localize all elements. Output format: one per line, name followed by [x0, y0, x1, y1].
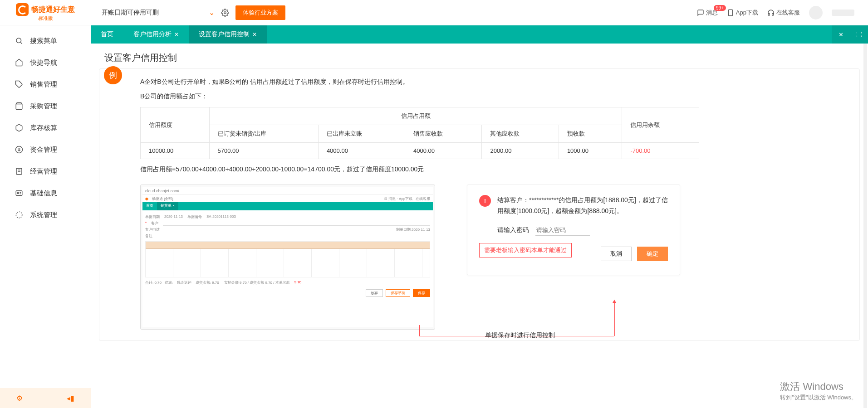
td-val: 4000.00: [405, 143, 481, 159]
box-icon: [15, 123, 24, 132]
settings-gear-icon[interactable]: [220, 8, 230, 18]
sidebar-item-label: 销售管理: [30, 80, 57, 89]
td-val-negative: -700.00: [622, 143, 699, 159]
sidebar-item-finance[interactable]: 资金管理: [0, 139, 91, 160]
th-col: 销售应收款: [405, 125, 481, 143]
settings-icon[interactable]: ⚙: [16, 394, 23, 403]
mock-tab: 销货单 ×: [157, 202, 178, 210]
cancel-button[interactable]: 取消: [601, 247, 632, 261]
example-description: A企对B公司进行开单时，如果B公司的 信用占用额超过了信用额度，则在保存时进行信…: [140, 78, 837, 86]
td-val: 4000.00: [318, 143, 405, 159]
sidebar-item-sales[interactable]: 销售管理: [0, 73, 91, 95]
sidebar-item-label: 经营管理: [30, 167, 57, 176]
sidebar-item-system[interactable]: 系统管理: [0, 204, 91, 226]
sidebar-item-search[interactable]: 搜索菜单: [0, 30, 91, 52]
svg-point-3: [16, 38, 21, 43]
mock-url: cloud.chanjet.com/...: [145, 189, 183, 193]
th-credit-limit: 信用额度: [141, 107, 210, 143]
example-subline: B公司的信用额占如下：: [140, 92, 837, 101]
tab-bar: 首页 客户信用分析✕ 设置客户信用控制✕ ✕ ⛶: [91, 25, 868, 44]
sidebar-item-purchase[interactable]: 采购管理: [0, 95, 91, 117]
fullscreen-icon[interactable]: ⛶: [850, 25, 868, 44]
annotation-arrowhead: [613, 300, 616, 303]
tab-credit-control[interactable]: 设置客户信用控制✕: [189, 25, 267, 44]
svg-point-11: [17, 193, 19, 194]
messages-link[interactable]: 消息 99+: [697, 9, 718, 17]
cart-icon: [15, 102, 24, 111]
mock-app-screenshot: cloud.chanjet.com/... ◉ 畅捷通 [全部] ⊞ 消息 · …: [140, 185, 435, 330]
tab-label: 客户信用分析: [133, 30, 172, 39]
th-col: 已订货未销货/出库: [209, 125, 318, 143]
id-icon: [15, 189, 24, 198]
sidebar-footer: ⚙ ◂▮: [0, 388, 91, 408]
sidebar-item-label: 库存核算: [30, 124, 57, 132]
headset-icon: [767, 9, 775, 16]
svg-point-14: [16, 212, 22, 218]
td-val: 5700.00: [209, 143, 318, 159]
account-select[interactable]: 开账日期可停用可删 ⌄: [102, 8, 215, 17]
mock-draft-btn: 保存草稿: [386, 289, 410, 297]
search-icon: [15, 36, 24, 45]
collapse-icon[interactable]: ◂▮: [67, 394, 74, 403]
sidebar-item-operation[interactable]: 经营管理: [0, 160, 91, 182]
experience-button[interactable]: 体验行业方案: [235, 5, 285, 20]
example-badge: 例: [104, 66, 122, 84]
sidebar-item-label: 快捷导航: [30, 58, 57, 67]
message-icon: [697, 9, 704, 16]
phone-icon: [727, 9, 734, 16]
svg-line-4: [20, 42, 22, 44]
sys-icon: [15, 210, 24, 219]
tab-close-all-icon[interactable]: ✕: [832, 25, 850, 44]
calculation-text: 信用占用额=5700.00+4000.00+4000.00+2000.00-10…: [140, 165, 837, 174]
page-title: 设置客户信用控制: [91, 44, 868, 68]
diagram-row: cloud.chanjet.com/... ◉ 畅捷通 [全部] ⊞ 消息 · …: [140, 185, 837, 330]
th-col: 其他应收款: [482, 125, 559, 143]
td-val: 2000.00: [482, 143, 559, 159]
tab-label: 设置客户信用控制: [199, 30, 250, 39]
help-panel: 例 A企对B公司进行开单时，如果B公司的 信用占用额超过了信用额度，则在保存时进…: [99, 68, 860, 341]
avatar[interactable]: [809, 6, 823, 19]
account-select-label: 开账日期可停用可删: [102, 9, 159, 17]
sidebar: 搜索菜单 快捷导航 销售管理 采购管理 库存核算 资金管理 经营管理 基础信息 …: [0, 25, 91, 408]
sidebar-item-label: 搜索菜单: [30, 37, 57, 45]
svg-rect-1: [728, 10, 732, 15]
mock-tab: 首页: [142, 202, 157, 210]
messages-badge: 99+: [714, 5, 726, 11]
app-download-link[interactable]: App下载: [727, 9, 758, 17]
doc-icon: [15, 167, 24, 176]
sidebar-item-quicknav[interactable]: 快捷导航: [0, 52, 91, 73]
sidebar-item-basedata[interactable]: 基础信息: [0, 182, 91, 204]
tab-label: 首页: [101, 30, 113, 39]
app-name: 畅捷通好生意: [31, 5, 75, 15]
sidebar-item-label: 系统管理: [30, 211, 57, 219]
sidebar-item-label: 采购管理: [30, 102, 57, 111]
table-row: 10000.00 5700.00 4000.00 4000.00 2000.00…: [141, 143, 699, 159]
support-link[interactable]: 在线客服: [767, 9, 800, 17]
credit-table: 信用额度 信用占用额 信用用余额 已订货未销货/出库 已出库未立账 销售应收款 …: [140, 107, 699, 159]
close-icon[interactable]: ✕: [174, 31, 179, 38]
sidebar-item-inventory[interactable]: 库存核算: [0, 117, 91, 139]
tab-credit-analysis[interactable]: 客户信用分析✕: [123, 25, 189, 44]
scrollbar[interactable]: [863, 44, 867, 408]
th-group-usage: 信用占用额: [209, 107, 622, 125]
dialog-message: 结算客户：************的信用占用额为[1888.00元]，超过了信用…: [497, 195, 668, 217]
support-label: 在线客服: [776, 9, 800, 17]
sidebar-item-label: 资金管理: [30, 146, 57, 154]
user-name-placeholder: [832, 10, 854, 16]
tab-home[interactable]: 首页: [91, 25, 123, 44]
close-icon[interactable]: ✕: [252, 31, 257, 38]
mock-save-btn: 保存: [413, 289, 430, 297]
home-icon: [15, 58, 24, 67]
mock-discard-btn: 放弃: [366, 289, 383, 297]
money-icon: [15, 145, 24, 154]
warning-icon: !: [479, 195, 491, 207]
password-input[interactable]: [535, 225, 590, 236]
top-header: 畅捷通好生意 标准版 开账日期可停用可删 ⌄ 体验行业方案 消息 99+ App…: [0, 0, 868, 25]
confirm-button[interactable]: 确定: [637, 247, 668, 261]
td-val: 10000.00: [141, 143, 210, 159]
annotation-caption: 单据保存时进行信用控制: [485, 331, 555, 340]
app-download-label: App下载: [736, 9, 758, 17]
svg-point-0: [224, 11, 226, 14]
credit-warning-dialog: ! 结算客户：************的信用占用额为[1888.00元]，超过了…: [467, 185, 680, 275]
sidebar-item-label: 基础信息: [30, 189, 57, 198]
